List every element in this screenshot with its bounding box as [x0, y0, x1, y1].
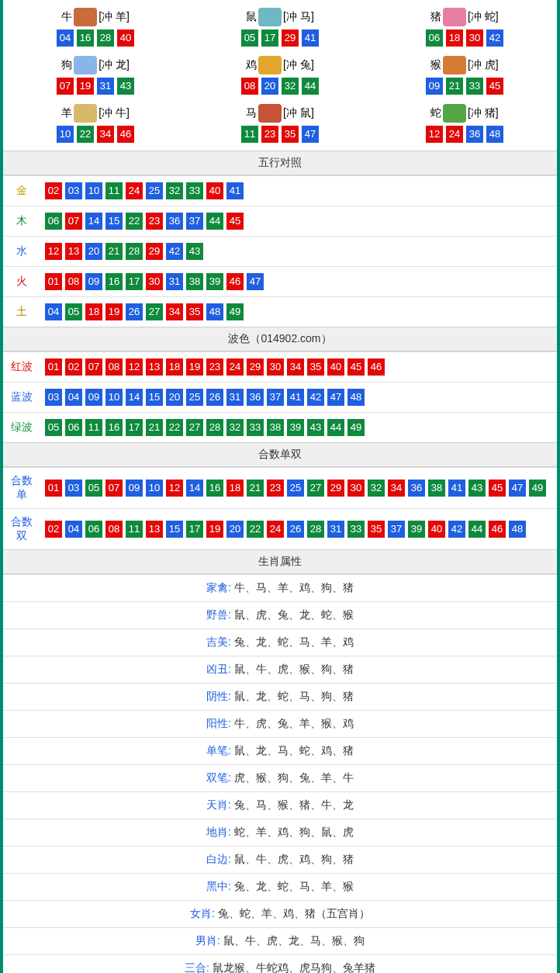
attr-value: 鼠、虎、兔、龙、蛇、猴	[231, 608, 354, 621]
zodiac-cell: 猴[冲 虎]09213345	[372, 51, 557, 99]
page-container: 牛[冲 羊]04162840鼠[冲 马]05172941猪[冲 蛇]061830…	[0, 0, 560, 973]
number-ball: 07	[57, 78, 74, 95]
number-ball: 35	[368, 521, 385, 538]
number-ball: 38	[267, 419, 284, 436]
row-balls: 06071415222336374445	[40, 206, 557, 237]
zodiac-icon	[258, 104, 282, 123]
number-ball: 06	[426, 29, 443, 47]
zodiac-cell: 鸡[冲 兔]08203244	[188, 51, 372, 99]
number-ball: 01	[45, 480, 62, 497]
row-balls: 0204060811131517192022242628313335373940…	[40, 509, 557, 550]
number-ball: 47	[247, 273, 264, 290]
zodiac-conflict: [冲 龙]	[99, 58, 130, 72]
number-ball: 24	[226, 358, 244, 376]
number-ball: 13	[146, 521, 163, 538]
number-ball: 33	[247, 419, 264, 436]
number-ball: 10	[105, 389, 123, 406]
number-ball: 05	[65, 303, 82, 320]
attr-row: 家禽: 牛、马、羊、鸡、狗、猪	[3, 575, 557, 602]
number-ball: 11	[85, 419, 102, 436]
number-ball: 11	[126, 521, 143, 538]
number-ball: 14	[126, 389, 143, 406]
zodiac-conflict: [冲 猪]	[468, 106, 499, 120]
number-ball: 20	[226, 521, 244, 538]
number-ball: 24	[126, 182, 143, 199]
zodiac-name: 猪	[430, 10, 441, 24]
number-ball: 16	[77, 29, 94, 47]
number-ball: 29	[146, 243, 163, 260]
number-ball: 31	[97, 78, 114, 95]
attr-label: 黑中:	[206, 880, 231, 892]
zodiac-cell: 猪[冲 蛇]06183042	[372, 3, 557, 51]
number-ball: 31	[166, 273, 183, 290]
number-ball: 24	[446, 126, 463, 143]
number-ball: 10	[57, 126, 74, 143]
number-ball: 32	[368, 480, 385, 497]
number-ball: 10	[85, 182, 102, 199]
number-ball: 24	[267, 521, 284, 538]
number-ball: 46	[117, 126, 134, 143]
zodiac-icon	[258, 8, 282, 26]
attr-row: 吉美: 兔、龙、蛇、马、羊、鸡	[3, 629, 557, 656]
number-ball: 29	[282, 29, 299, 47]
number-ball: 12	[126, 358, 143, 376]
number-ball: 21	[105, 243, 123, 260]
zodiac-name: 鼠	[246, 10, 257, 24]
number-ball: 14	[85, 213, 102, 230]
number-ball: 46	[368, 358, 385, 376]
number-ball: 39	[206, 273, 223, 290]
number-ball: 37	[186, 213, 203, 230]
number-ball: 18	[85, 303, 102, 320]
number-ball: 42	[448, 521, 465, 538]
number-ball: 26	[126, 303, 143, 320]
number-ball: 30	[466, 29, 483, 47]
bose-table: 红波0102070812131819232429303435404546蓝波03…	[3, 351, 557, 442]
number-ball: 46	[489, 521, 506, 538]
heshu-table: 合数单0103050709101214161821232527293032343…	[3, 467, 557, 549]
zodiac-name: 鸡	[246, 58, 257, 72]
number-ball: 41	[226, 182, 244, 199]
attr-value: 鼠、牛、虎、猴、狗、猪	[231, 663, 354, 675]
attr-value: 兔、马、猴、猪、牛、龙	[231, 798, 354, 811]
number-ball: 18	[166, 358, 183, 376]
attr-table: 家禽: 牛、马、羊、鸡、狗、猪野兽: 鼠、虎、兔、龙、蛇、猴吉美: 兔、龙、蛇、…	[3, 574, 557, 973]
number-ball: 47	[327, 389, 344, 406]
row-balls: 03040910141520252631363741424748	[40, 383, 557, 413]
number-ball: 08	[105, 358, 123, 376]
number-ball: 27	[186, 419, 203, 436]
row-label: 绿波	[3, 413, 40, 443]
row-label: 合数双	[3, 509, 40, 550]
number-ball: 01	[45, 358, 62, 376]
number-ball: 06	[65, 419, 82, 436]
zodiac-icon	[74, 56, 97, 74]
number-ball: 05	[45, 419, 62, 436]
number-ball: 14	[186, 480, 203, 497]
number-ball: 08	[105, 521, 123, 538]
number-ball: 35	[282, 126, 299, 143]
ball-row: 10223446	[3, 126, 188, 143]
number-ball: 18	[446, 29, 463, 47]
number-ball: 04	[65, 521, 82, 538]
number-ball: 32	[166, 182, 183, 199]
attr-label: 凶丑:	[206, 663, 231, 675]
attr-label: 女肖:	[190, 907, 215, 919]
number-ball: 33	[347, 521, 365, 538]
ball-row: 06183042	[372, 29, 557, 47]
section-header-heshu: 合数单双	[3, 442, 557, 467]
number-ball: 01	[45, 273, 62, 290]
number-ball: 45	[226, 213, 244, 230]
zodiac-conflict: [冲 兔]	[283, 58, 314, 72]
number-ball: 43	[307, 419, 324, 436]
number-ball: 44	[206, 213, 223, 230]
number-ball: 19	[206, 521, 223, 538]
number-ball: 40	[117, 29, 134, 47]
ball-row: 12243648	[372, 126, 557, 143]
zodiac-conflict: [冲 虎]	[468, 58, 499, 72]
number-ball: 28	[206, 419, 223, 436]
number-ball: 07	[65, 213, 82, 230]
number-ball: 09	[426, 78, 443, 95]
number-ball: 11	[105, 182, 123, 199]
number-ball: 48	[486, 126, 503, 143]
number-ball: 42	[486, 29, 503, 47]
section-header-shengxiao: 生肖属性	[3, 549, 557, 574]
